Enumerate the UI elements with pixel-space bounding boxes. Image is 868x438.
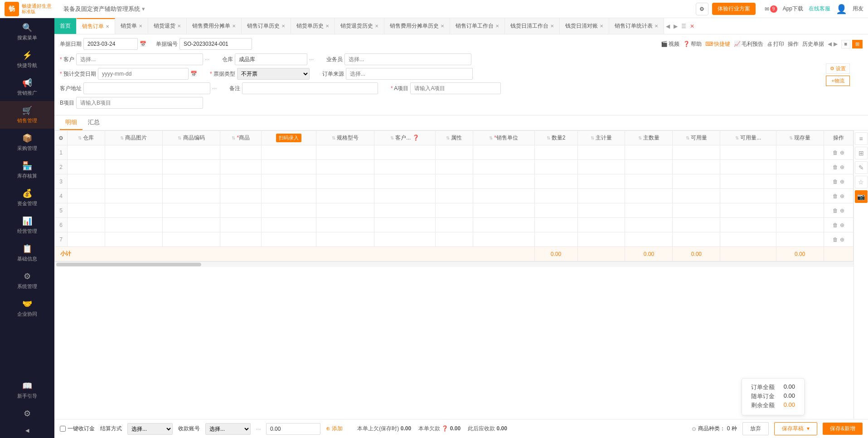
right-panel-btn-5[interactable]: 📷 <box>855 190 868 203</box>
detail-tab-detail[interactable]: 明细 <box>60 116 82 130</box>
table-cell[interactable] <box>374 203 435 218</box>
delete-icon[interactable]: 🗑 <box>833 236 838 243</box>
tab-nav-close-all[interactable]: ✕ <box>688 23 696 29</box>
table-cell[interactable] <box>435 145 473 160</box>
delete-icon[interactable]: 🗑 <box>833 178 838 185</box>
table-cell[interactable] <box>534 232 577 247</box>
table-cell[interactable] <box>720 160 776 174</box>
table-cell[interactable] <box>776 174 824 189</box>
table-cell[interactable] <box>316 189 374 203</box>
copy-icon[interactable]: ⊕ <box>840 149 844 156</box>
payment-select[interactable]: 选择... <box>127 423 173 435</box>
table-cell[interactable] <box>776 218 824 232</box>
settings-button[interactable]: ⚙ 设置 <box>826 63 850 74</box>
delete-icon[interactable]: 🗑 <box>833 193 838 199</box>
table-cell[interactable] <box>435 189 473 203</box>
view-btn[interactable]: 🎬 视频 <box>661 40 679 48</box>
tab-sales-statistics[interactable]: 销售订单统计表 ✕ <box>609 18 664 34</box>
delete-icon[interactable]: 🗑 <box>833 149 838 156</box>
table-cell[interactable] <box>673 203 720 218</box>
b-project-input[interactable] <box>76 97 203 109</box>
right-panel-btn-1[interactable]: ≡ <box>855 132 868 145</box>
tab-sales-refund-history[interactable]: 销货退货历史 ✕ <box>335 18 384 34</box>
table-cell[interactable] <box>262 145 316 160</box>
table-cell[interactable] <box>316 203 374 218</box>
help-btn[interactable]: ❓ 帮助 <box>683 40 702 48</box>
table-cell[interactable] <box>435 174 473 189</box>
add-payment-btn[interactable]: ⊕ 添加 <box>326 425 343 433</box>
table-cell[interactable] <box>262 218 316 232</box>
table-cell[interactable] <box>625 145 673 160</box>
delivery-date-input[interactable] <box>98 68 189 80</box>
table-cell[interactable] <box>262 174 316 189</box>
customer-expand-btn[interactable]: ··· <box>205 56 209 63</box>
tab-sales-fee[interactable]: 销售费用分摊单 ✕ <box>187 18 242 34</box>
table-cell[interactable] <box>776 232 824 247</box>
tab-nav-prev[interactable]: ◀ <box>664 23 672 29</box>
table-cell[interactable] <box>720 174 776 189</box>
table-cell[interactable] <box>374 145 435 160</box>
date-input[interactable] <box>83 38 138 50</box>
tab-sales-return-close[interactable]: ✕ <box>139 24 142 29</box>
app-download-link[interactable]: App下载 <box>783 5 803 13</box>
sidebar-item-marketing[interactable]: 📢 营销推广 <box>0 73 54 101</box>
next-record-btn[interactable]: ▶ <box>834 41 838 47</box>
table-cell[interactable] <box>577 189 625 203</box>
delete-icon[interactable]: 🗑 <box>833 222 838 228</box>
table-cell[interactable] <box>625 218 673 232</box>
table-cell[interactable] <box>162 232 220 247</box>
sidebar-item-purchase[interactable]: 📦 采购管理 <box>0 129 54 156</box>
sidebar-item-system[interactable]: ⚙ 系统管理 <box>0 267 54 294</box>
table-cell[interactable] <box>435 218 473 232</box>
table-cell[interactable] <box>577 145 625 160</box>
tab-cash-daily-close[interactable]: ✕ <box>550 24 554 29</box>
table-cell[interactable] <box>577 218 625 232</box>
tab-sales-fee-close[interactable]: ✕ <box>232 24 236 29</box>
account-expand-btn[interactable]: ··· <box>256 426 261 432</box>
table-cell[interactable] <box>673 218 720 232</box>
sidebar-item-settings-bottom[interactable]: ⚙ <box>0 404 54 423</box>
save-draft-button[interactable]: 保存草稿 ▾ <box>774 422 817 435</box>
history-btn[interactable]: 历史单据 <box>802 40 824 48</box>
sidebar-item-sales[interactable]: 🛒 销售管理 <box>0 101 54 129</box>
table-cell[interactable] <box>220 174 262 189</box>
sidebar-item-search[interactable]: 🔍 搜索菜单 <box>0 18 54 46</box>
copy-icon[interactable]: ⊕ <box>840 207 844 214</box>
table-cell[interactable] <box>673 174 720 189</box>
table-cell[interactable] <box>534 218 577 232</box>
tab-cash-daily[interactable]: 钱货日清工作台 ✕ <box>505 18 560 34</box>
tab-sales-refund-history-close[interactable]: ✕ <box>375 24 378 29</box>
table-cell[interactable] <box>625 189 673 203</box>
table-cell[interactable] <box>625 174 673 189</box>
message-button[interactable]: ✉ 9 <box>765 5 777 13</box>
table-cell[interactable] <box>262 232 316 247</box>
shortcut-btn[interactable]: ⌨ 快捷键 <box>705 40 730 48</box>
table-cell[interactable] <box>68 203 105 218</box>
sidebar-item-guide[interactable]: 📖 新手引导 <box>0 376 54 404</box>
table-cell[interactable] <box>534 145 577 160</box>
add-logistics-button[interactable]: +物流 <box>826 76 850 86</box>
tab-sales-workbench-close[interactable]: ✕ <box>495 24 499 29</box>
table-cell[interactable] <box>105 189 162 203</box>
tab-sales-fee-history[interactable]: 销售费用分摊单历史 ✕ <box>384 18 450 34</box>
table-cell[interactable] <box>625 203 673 218</box>
delete-icon[interactable]: 🗑 <box>833 164 838 170</box>
table-cell[interactable] <box>68 218 105 232</box>
salesperson-input[interactable] <box>344 53 471 65</box>
col-settings[interactable]: ⚙ <box>55 131 68 145</box>
table-cell[interactable] <box>577 160 625 174</box>
table-cell[interactable] <box>374 189 435 203</box>
table-cell[interactable] <box>162 203 220 218</box>
table-cell[interactable] <box>162 174 220 189</box>
table-cell[interactable] <box>162 145 220 160</box>
a-project-input[interactable] <box>410 82 501 94</box>
tab-nav-menu[interactable]: ☰ <box>679 23 688 29</box>
sidebar-item-stock[interactable]: 🏪 库存核算 <box>0 156 54 184</box>
list-view-btn[interactable]: ≡ <box>841 40 850 48</box>
order-source-input[interactable] <box>346 68 473 80</box>
table-cell[interactable] <box>220 203 262 218</box>
table-cell[interactable] <box>473 189 534 203</box>
table-cell[interactable] <box>577 203 625 218</box>
gear-button[interactable]: ⚙ <box>696 3 708 15</box>
table-cell[interactable] <box>534 174 577 189</box>
